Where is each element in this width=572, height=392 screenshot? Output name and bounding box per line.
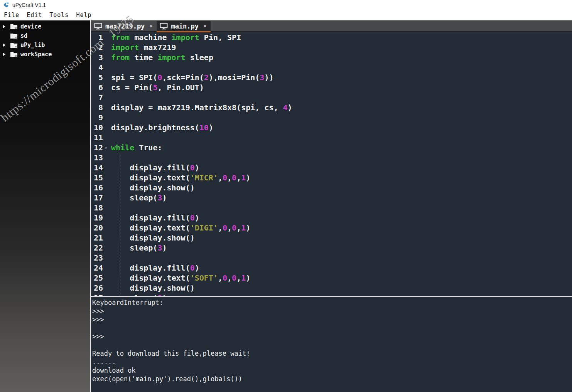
console-line: exec(open('main.py').read(),globals()) bbox=[92, 375, 572, 383]
line-number: 5 bbox=[91, 72, 103, 82]
tab-bar-filler bbox=[211, 21, 572, 32]
code-line: 17 sleep(3) bbox=[91, 193, 572, 203]
menu-item-file[interactable]: File bbox=[4, 12, 19, 19]
code-text: import max7219 bbox=[111, 43, 176, 52]
line-number: 23 bbox=[91, 253, 103, 263]
line-number: 6 bbox=[91, 82, 103, 93]
sidebar-item-label: workSpace bbox=[20, 51, 52, 58]
sidebar-item-workspace[interactable]: workSpace bbox=[0, 50, 90, 59]
code-text: display.fill(0) bbox=[111, 213, 199, 222]
line-number: 8 bbox=[91, 103, 103, 113]
line-number: 3 bbox=[91, 52, 103, 62]
code-line: 27 sleep(3) bbox=[91, 293, 572, 296]
code-text: display.fill(0) bbox=[111, 163, 199, 172]
sidebar-item-upy_lib[interactable]: uPy_lib bbox=[0, 40, 90, 50]
line-number: 4 bbox=[91, 62, 103, 72]
line-number: 12 bbox=[91, 143, 103, 153]
line-number: 11 bbox=[91, 133, 103, 143]
console-line: Ready to download this file,please wait! bbox=[92, 349, 572, 358]
sidebar-item-label: uPy_lib bbox=[20, 42, 45, 49]
sidebar-item-device[interactable]: device bbox=[0, 22, 90, 31]
code-line: 11 bbox=[91, 133, 572, 143]
app-title: uPyCraft V1.1 bbox=[12, 2, 46, 8]
code-text: cs = Pin(5, Pin.OUT) bbox=[111, 83, 204, 92]
code-line: 6cs = Pin(5, Pin.OUT) bbox=[91, 82, 572, 93]
code-editor[interactable]: 1from machine import Pin, SPI2import max… bbox=[91, 32, 572, 296]
folder-icon bbox=[10, 51, 18, 57]
code-text: display = max7219.Matrix8x8(spi, cs, 4) bbox=[111, 103, 292, 112]
code-line: 4 bbox=[91, 62, 572, 72]
line-number: 2 bbox=[91, 42, 103, 52]
code-lines: 1from machine import Pin, SPI2import max… bbox=[91, 32, 572, 296]
indent-guide bbox=[120, 153, 120, 296]
tab-label: max7219.py bbox=[105, 22, 145, 30]
code-text: display.show() bbox=[111, 233, 195, 242]
console-line: download ok bbox=[92, 366, 572, 375]
line-number: 18 bbox=[91, 203, 103, 213]
line-number: 16 bbox=[91, 183, 103, 193]
code-text: from machine import Pin, SPI bbox=[111, 33, 241, 42]
tab-close-icon[interactable]: ✕ bbox=[148, 23, 154, 29]
console-line: KeyboardInterrupt: bbox=[92, 298, 572, 307]
line-number: 17 bbox=[91, 193, 103, 203]
expand-arrow-icon[interactable] bbox=[3, 43, 5, 47]
editor-tab-bar: max7219.py✕ main.py✕ bbox=[91, 20, 572, 32]
line-number: 15 bbox=[91, 173, 103, 183]
sidebar-item-label: sd bbox=[20, 32, 27, 39]
code-line: 3from time import sleep bbox=[91, 52, 572, 62]
menu-bar: FileEditToolsHelp bbox=[0, 10, 572, 20]
console-line bbox=[92, 341, 572, 349]
menu-item-edit[interactable]: Edit bbox=[27, 12, 42, 19]
editor-column: max7219.py✕ main.py✕ 1from machine impor… bbox=[91, 20, 572, 392]
code-line: 25 display.text('SOFT',0,0,1) bbox=[91, 273, 572, 283]
code-text: sleep(3) bbox=[111, 193, 167, 202]
code-line: 26 display.show() bbox=[91, 283, 572, 293]
line-number: 10 bbox=[91, 123, 103, 133]
line-number: 24 bbox=[91, 263, 103, 273]
tab-main.py[interactable]: main.py✕ bbox=[157, 21, 211, 32]
line-number: 26 bbox=[91, 283, 103, 293]
code-text: display.text('MICR',0,0,1) bbox=[111, 173, 250, 182]
line-number: 1 bbox=[91, 32, 103, 42]
tab-close-icon[interactable]: ✕ bbox=[202, 23, 208, 29]
code-line: 5spi = SPI(0,sck=Pin(2),mosi=Pin(3)) bbox=[91, 72, 572, 82]
app-logo-icon bbox=[3, 2, 10, 8]
code-text: sleep(3) bbox=[111, 293, 167, 296]
tab-label: main.py bbox=[171, 22, 199, 30]
fold-marker[interactable]: - bbox=[103, 143, 111, 153]
folder-icon bbox=[10, 24, 18, 30]
folder-icon bbox=[10, 42, 18, 48]
folder-icon bbox=[10, 33, 18, 39]
code-line: 10display.brightness(10) bbox=[91, 123, 572, 133]
tab-max7219.py[interactable]: max7219.py✕ bbox=[91, 21, 157, 32]
expand-arrow-icon[interactable] bbox=[3, 52, 5, 56]
code-line: 7 bbox=[91, 93, 572, 103]
console-line bbox=[92, 324, 572, 332]
code-line: 24 display.fill(0) bbox=[91, 263, 572, 273]
expand-arrow-icon[interactable] bbox=[3, 25, 5, 29]
code-text: from time import sleep bbox=[111, 53, 213, 62]
code-line: 19 display.fill(0) bbox=[91, 213, 572, 223]
line-number: 7 bbox=[91, 93, 103, 103]
code-text: display.show() bbox=[111, 183, 195, 192]
code-line: 21 display.show() bbox=[91, 233, 572, 243]
code-text: display.brightness(10) bbox=[111, 123, 213, 132]
main-area: device sd uPy_lib workSpace max7219.py✕ … bbox=[0, 20, 572, 392]
console-panel[interactable]: KeyboardInterrupt:>>> >>> >>> Ready to d… bbox=[91, 296, 572, 392]
file-tree-sidebar: device sd uPy_lib workSpace bbox=[0, 20, 91, 392]
sidebar-item-label: device bbox=[20, 23, 41, 30]
console-line: ...... bbox=[92, 358, 572, 366]
code-line: 14 display.fill(0) bbox=[91, 163, 572, 173]
code-text: display.text('DIGI',0,0,1) bbox=[111, 223, 250, 232]
code-text: spi = SPI(0,sck=Pin(2),mosi=Pin(3)) bbox=[111, 73, 273, 82]
file-tree: device sd uPy_lib workSpace bbox=[0, 20, 90, 59]
menu-item-tools[interactable]: Tools bbox=[49, 12, 69, 19]
code-line: 2import max7219 bbox=[91, 42, 572, 52]
code-line: 13 bbox=[91, 153, 572, 163]
sidebar-item-sd[interactable]: sd bbox=[0, 31, 90, 40]
menu-item-help[interactable]: Help bbox=[76, 12, 91, 19]
code-text: sleep(3) bbox=[111, 243, 167, 252]
line-number: 13 bbox=[91, 153, 103, 163]
title-bar: uPyCraft V1.1 bbox=[0, 0, 572, 10]
line-number: 22 bbox=[91, 243, 103, 253]
